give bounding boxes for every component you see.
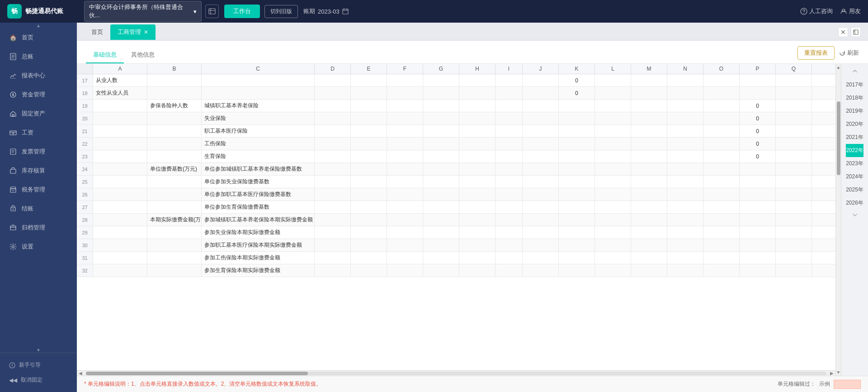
cell-b[interactable] <box>147 252 202 264</box>
cell-k[interactable] <box>559 264 595 277</box>
cell-p[interactable] <box>740 226 776 239</box>
cell-m[interactable] <box>631 150 667 163</box>
cell-i[interactable] <box>495 163 523 175</box>
cell-m[interactable] <box>631 125 667 137</box>
cell-j[interactable] <box>523 100 559 112</box>
cell-e[interactable] <box>351 74 387 86</box>
cell-m[interactable] <box>631 239 667 251</box>
cell-a[interactable] <box>93 214 147 226</box>
cell-d[interactable] <box>315 163 351 175</box>
cell-j[interactable] <box>523 239 559 251</box>
cell-b[interactable] <box>147 188 202 201</box>
table-row[interactable]: 30参加职工基本医疗保险本期实际缴费金额 <box>77 239 835 252</box>
cell-n[interactable] <box>667 214 703 226</box>
cell-k[interactable] <box>559 226 595 239</box>
cell-c[interactable]: 单位参加生育保险缴费基数 <box>202 201 315 213</box>
cell-j[interactable] <box>523 138 559 150</box>
cell-n[interactable] <box>667 252 703 264</box>
cell-b[interactable] <box>147 74 202 86</box>
cell-n[interactable] <box>667 150 703 163</box>
cell-k[interactable] <box>559 112 595 124</box>
cell-p[interactable] <box>740 252 776 264</box>
cell-d[interactable] <box>315 201 351 213</box>
cell-h[interactable] <box>459 239 495 251</box>
cell-h[interactable] <box>459 214 495 226</box>
cell-j[interactable] <box>523 201 559 213</box>
cell-g[interactable] <box>423 214 459 226</box>
cell-n[interactable] <box>667 125 703 137</box>
sub-tab-other[interactable]: 其他信息 <box>124 47 162 63</box>
cell-n[interactable] <box>667 87 703 99</box>
cell-k[interactable]: 0 <box>559 74 595 86</box>
cell-h[interactable] <box>459 176 495 188</box>
cell-p[interactable] <box>740 87 776 99</box>
scroll-left-button[interactable]: ◀ <box>77 371 84 376</box>
cell-q[interactable] <box>776 138 812 150</box>
cell-h[interactable] <box>459 163 495 175</box>
cell-l[interactable] <box>595 100 631 112</box>
cell-p[interactable] <box>740 264 776 277</box>
cell-i[interactable] <box>495 252 523 264</box>
cell-q[interactable] <box>776 74 812 86</box>
cell-o[interactable] <box>703 264 740 277</box>
cell-c[interactable]: 工伤保险 <box>202 138 315 150</box>
workbench-button[interactable]: 工作台 <box>224 5 260 18</box>
cell-q[interactable] <box>776 150 812 163</box>
cell-j[interactable] <box>523 214 559 226</box>
table-row[interactable]: 28本期实际缴费金额(万元)参加城镇职工基本养老保险本期实际缴费金额 <box>77 214 835 226</box>
year-item[interactable]: 2026年 <box>846 196 863 210</box>
cell-l[interactable] <box>595 150 631 163</box>
cell-k[interactable] <box>559 214 595 226</box>
cell-l[interactable] <box>595 239 631 251</box>
cell-h[interactable] <box>459 112 495 124</box>
table-row[interactable]: 29参加失业保险本期实际缴费金额 <box>77 226 835 239</box>
cell-a[interactable] <box>93 125 147 137</box>
cell-p[interactable] <box>740 188 776 201</box>
sidebar-item-assets[interactable]: 固定资产 <box>0 104 77 123</box>
cell-d[interactable] <box>315 176 351 188</box>
cell-e[interactable] <box>351 125 387 137</box>
cell-o[interactable] <box>703 226 740 239</box>
cell-h[interactable] <box>459 150 495 163</box>
cell-c[interactable]: 单位参加失业保险缴费基数 <box>202 176 315 188</box>
cell-k[interactable] <box>559 125 595 137</box>
cell-i[interactable] <box>495 150 523 163</box>
cell-g[interactable] <box>423 100 459 112</box>
cell-o[interactable] <box>703 163 740 175</box>
cell-i[interactable] <box>495 74 523 86</box>
cell-b[interactable] <box>147 138 202 150</box>
cell-o[interactable] <box>703 112 740 124</box>
cell-b[interactable]: 单位缴费基数(万元) <box>147 163 202 175</box>
cell-f[interactable] <box>387 138 423 150</box>
sidebar-item-inventory[interactable]: 库存核算 <box>0 161 77 180</box>
cell-e[interactable] <box>351 112 387 124</box>
cell-e[interactable] <box>351 176 387 188</box>
tab-home[interactable]: 首页 <box>84 24 110 40</box>
cell-m[interactable] <box>631 138 667 150</box>
cell-b[interactable] <box>147 226 202 239</box>
cell-f[interactable] <box>387 150 423 163</box>
cell-p[interactable]: 0 <box>740 112 776 124</box>
cell-d[interactable] <box>315 112 351 124</box>
cell-k[interactable] <box>559 239 595 251</box>
cell-m[interactable] <box>631 188 667 201</box>
sidebar-item-close[interactable]: 结账 <box>0 199 77 218</box>
cell-a[interactable] <box>93 252 147 264</box>
table-row[interactable]: 22工伤保险0 <box>77 138 835 150</box>
cell-c[interactable]: 参加工伤保险本期实际缴费金额 <box>202 252 315 264</box>
year-item[interactable]: 2018年 <box>846 91 863 105</box>
table-row[interactable]: 23生育保险0 <box>77 150 835 163</box>
cell-e[interactable] <box>351 252 387 264</box>
old-version-button[interactable]: 切到旧版 <box>264 5 298 18</box>
cell-m[interactable] <box>631 87 667 99</box>
cell-g[interactable] <box>423 74 459 86</box>
cell-f[interactable] <box>387 176 423 188</box>
cell-o[interactable] <box>703 176 740 188</box>
cell-l[interactable] <box>595 176 631 188</box>
cell-a[interactable] <box>93 264 147 277</box>
cell-g[interactable] <box>423 150 459 163</box>
cell-p[interactable]: 0 <box>740 138 776 150</box>
sidebar-scroll-down[interactable]: ▼ <box>0 347 77 353</box>
scroll-track[interactable] <box>86 372 826 375</box>
sidebar-item-settings[interactable]: 设置 <box>0 237 77 256</box>
